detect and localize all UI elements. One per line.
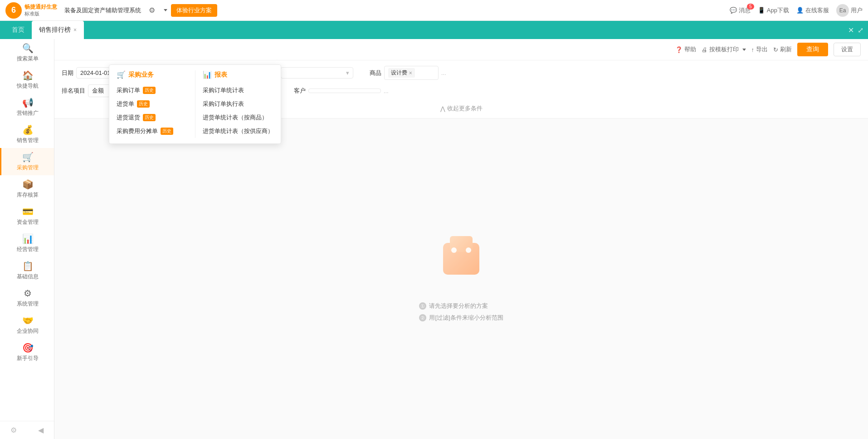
tab-bar-controls: ✕ ⤢: [848, 26, 863, 35]
dropdown-menu: 🛒 采购业务 采购订单 历史 进货单 历史 进货退货 历史: [109, 64, 281, 144]
user-btn[interactable]: Ea 用户: [836, 4, 863, 17]
industry-btn[interactable]: 体验行业方案: [171, 4, 217, 17]
dropdown-purchase-expense[interactable]: 采购费用分摊单 历史: [117, 124, 188, 138]
dropdown-report-receipt-by-goods[interactable]: 进货单统计表（按商品）: [203, 111, 274, 124]
system-icon: ⚙: [24, 288, 32, 299]
sidebar-bottom: ⚙ ◀: [0, 421, 54, 439]
empty-state: ①请先选择要分析的方案 ②用[过滤]条件来缩小分析范围: [54, 118, 868, 439]
tab-home[interactable]: 首页: [5, 21, 32, 39]
main-layout: 🔍 搜索菜单 🏠 快捷导航 📢 营销推广 💰 销售管理 🛒 采购管理 📦 库存核…: [0, 39, 868, 439]
dropdown-purchase-receipt[interactable]: 进货单 历史: [117, 97, 188, 111]
finance-icon: 💳: [22, 206, 34, 217]
history-badge-2: 历史: [137, 100, 150, 108]
header-btn-group: ⚙ 体验行业方案: [146, 4, 217, 17]
settings-icon-btn[interactable]: ⚙: [146, 4, 158, 17]
sidebar: 🔍 搜索菜单 🏠 快捷导航 📢 营销推广 💰 销售管理 🛒 采购管理 📦 库存核…: [0, 39, 54, 439]
dropdown-purchase-title: 🛒 采购业务: [117, 70, 188, 79]
sidebar-item-search[interactable]: 🔍 搜索菜单: [0, 39, 54, 66]
tab-close-icon[interactable]: ×: [73, 27, 77, 33]
goods-tag-close-icon[interactable]: ×: [409, 70, 412, 76]
message-icon: 💬: [730, 7, 737, 14]
print-chevron-icon: [742, 49, 746, 51]
collapse-icon: ⋀: [440, 105, 445, 112]
sales-icon: 💰: [22, 124, 34, 135]
export-btn[interactable]: ↑ 导出: [751, 45, 768, 54]
print-icon: 🖨: [702, 46, 707, 53]
help-btn[interactable]: ❓ 帮助: [675, 45, 696, 54]
help-icon: ❓: [675, 46, 683, 53]
customer-ellipsis[interactable]: ...: [384, 88, 389, 94]
service-btn[interactable]: 👤 在线客服: [796, 6, 829, 15]
logo-area: 6 畅捷通好生意 标准版: [5, 2, 60, 19]
sidebar-item-sales[interactable]: 💰 销售管理: [0, 121, 54, 148]
dropdown-report-order-stat[interactable]: 采购订单统计表: [203, 84, 274, 97]
hint-num-2: ②: [419, 314, 426, 321]
sidebar-collapse-btn[interactable]: ◀: [38, 426, 44, 434]
dropdown-purchase-order[interactable]: 采购订单 历史: [117, 84, 188, 97]
logo-text: 畅捷通好生意 标准版: [24, 4, 57, 17]
filter-goods: 商品 设计费 × ...: [370, 66, 446, 80]
sidebar-item-system[interactable]: ⚙ 系统管理: [0, 284, 54, 311]
message-btn[interactable]: 💬 消息 5: [730, 6, 751, 15]
operation-icon: 📊: [22, 233, 34, 244]
sidebar-item-cooperation[interactable]: 🤝 企业协同: [0, 311, 54, 339]
sidebar-item-finance[interactable]: 💳 资金管理: [0, 202, 54, 230]
hint-num-1: ①: [419, 302, 426, 310]
header-right: 💬 消息 5 📱 App下载 👤 在线客服 Ea 用户: [730, 4, 863, 17]
system-chevron-icon: [164, 9, 167, 11]
tab-sales-ranking[interactable]: 销售排行榜 ×: [32, 21, 84, 39]
sidebar-item-quick-nav[interactable]: 🏠 快捷导航: [0, 66, 54, 94]
avatar: Ea: [836, 4, 849, 17]
basic-info-icon: 📋: [22, 261, 34, 271]
refresh-icon: ↻: [773, 46, 778, 53]
settings-button[interactable]: 设置: [834, 43, 861, 56]
sidebar-item-guide[interactable]: 🎯 新手引导: [0, 339, 54, 366]
history-badge-3: 历史: [143, 114, 156, 121]
doc-status-arrow-icon: ▾: [346, 69, 349, 76]
dropdown-purchase-return[interactable]: 进货退货 历史: [117, 111, 188, 124]
refresh-btn[interactable]: ↻ 刷新: [773, 45, 792, 54]
doc-status-select[interactable]: ▾: [281, 67, 353, 79]
purchase-icon: 🛒: [22, 152, 34, 163]
print-btn[interactable]: 🖨 按模板打印: [702, 45, 746, 54]
tab-bar: 首页 销售排行榜 × ✕ ⤢: [0, 21, 868, 39]
goods-input[interactable]: 设计费 ×: [384, 66, 439, 80]
dropdown-report-receipt-by-supplier[interactable]: 进货单统计表（按供应商）: [203, 124, 274, 138]
guide-icon: 🎯: [22, 342, 34, 353]
dropdown-purchase-col: 🛒 采购业务 采购订单 历史 进货单 历史 进货退货 历史: [109, 70, 195, 138]
empty-hints: ①请先选择要分析的方案 ②用[过滤]条件来缩小分析范围: [419, 300, 503, 324]
history-badge-1: 历史: [143, 87, 156, 94]
toolbar: ❓ 帮助 🖨 按模板打印 ↑ 导出 ↻ 刷新 查询 设置: [54, 39, 868, 60]
content-area: ❓ 帮助 🖨 按模板打印 ↑ 导出 ↻ 刷新 查询 设置: [54, 39, 868, 439]
sidebar-item-purchase[interactable]: 🛒 采购管理: [0, 148, 54, 175]
dropdown-report-col: 📊 报表 采购订单统计表 采购订单执行表 进货单统计表（按商品） 进货单统计表（…: [195, 70, 281, 138]
logo-icon: 6: [5, 2, 22, 19]
empty-illustration: [429, 234, 493, 288]
collapse-filter-btn[interactable]: ⋀ 收起更多条件: [440, 104, 483, 113]
goods-ellipsis[interactable]: ...: [441, 69, 446, 76]
cooperation-icon: 🤝: [22, 315, 34, 326]
tab-expand-btn[interactable]: ⤢: [858, 26, 863, 35]
sidebar-item-inventory[interactable]: 📦 库存核算: [0, 175, 54, 202]
dropdown-report-title: 📊 报表: [203, 70, 274, 79]
app-icon: 📱: [758, 7, 765, 14]
customer-input[interactable]: [308, 89, 381, 93]
marketing-icon: 📢: [22, 97, 34, 108]
export-icon: ↑: [751, 46, 755, 53]
sidebar-item-basic-info[interactable]: 📋 基础信息: [0, 257, 54, 284]
sidebar-item-operation[interactable]: 📊 经营管理: [0, 230, 54, 257]
dropdown-report-order-exec[interactable]: 采购订单执行表: [203, 97, 274, 111]
message-badge: 5: [747, 4, 754, 10]
service-icon: 👤: [796, 7, 804, 14]
tab-close-btn[interactable]: ✕: [848, 26, 854, 35]
history-badge-4: 历史: [161, 128, 173, 135]
home-icon: 🏠: [22, 70, 34, 81]
sidebar-settings-btn[interactable]: ⚙: [10, 426, 17, 434]
app-download-btn[interactable]: 📱 App下载: [758, 6, 789, 15]
sidebar-item-marketing[interactable]: 📢 营销推广: [0, 94, 54, 121]
goods-tag: 设计费 ×: [388, 68, 415, 78]
query-button[interactable]: 查询: [797, 43, 828, 56]
top-header: 6 畅捷通好生意 标准版 装备及固定资产辅助管理系统 ⚙ 体验行业方案 💬 消息…: [0, 0, 868, 21]
header-center: 装备及固定资产辅助管理系统 ⚙ 体验行业方案: [60, 4, 730, 17]
report-col-icon: 📊: [203, 70, 212, 79]
